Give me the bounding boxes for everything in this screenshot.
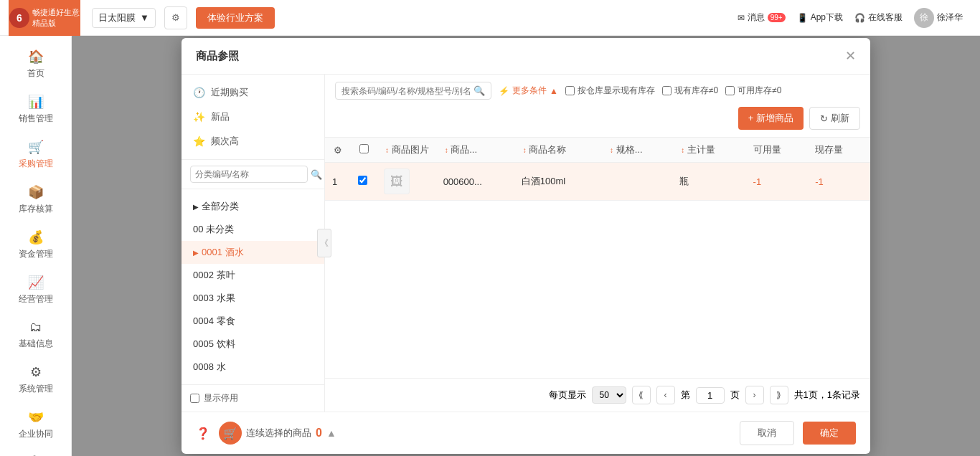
refresh-btn[interactable]: ↻ 刷新 [809, 107, 860, 130]
tab-recent-purchase[interactable]: 🕐 近期购买 [182, 80, 324, 105]
sidebar-item-guide[interactable]: 📚 新手引导 [0, 447, 71, 456]
category-list: ▶ 全部分类 00 未分类 ▶ 0001 酒水 0002 茶 [182, 189, 324, 384]
category-item-0008[interactable]: 0008 水 [182, 356, 324, 379]
filter-stock-label: 现有库存≠0 [674, 85, 718, 97]
page-size-select[interactable]: 50 [592, 386, 626, 404]
online-service-btn[interactable]: 🎧 在线客服 [854, 11, 903, 24]
inventory-icon: 📦 [28, 184, 44, 200]
select-all-checkbox[interactable] [359, 144, 369, 153]
category-search-row: 🔍 [182, 160, 324, 189]
top-nav: 6 畅捷通好生意 精品版 日太阳膜 ▼ ⚙ 体验行业方案 ✉ 消息 99+ 📱 … [0, 0, 980, 36]
sidebar-label-business: 经营管理 [19, 293, 53, 305]
category-item-all[interactable]: ▶ 全部分类 [182, 195, 324, 218]
col-available: 可用量 [746, 138, 809, 163]
col-unit[interactable]: ↕ 主计量 [672, 138, 745, 163]
category-item-0010[interactable]: 0010 家电 [182, 379, 324, 384]
cart-label: 连续选择的商品 [246, 427, 311, 440]
finance-icon: 💰 [28, 229, 44, 245]
filter-stock-checkbox[interactable] [662, 86, 672, 95]
col-product-code[interactable]: ↕ 商品... [436, 138, 514, 163]
experience-btn[interactable]: 体验行业方案 [196, 7, 275, 29]
cart-count: 0 [316, 427, 322, 440]
collab-icon: 🤝 [28, 409, 44, 425]
sidebar-label-sales: 销售管理 [19, 113, 53, 125]
page-prev-btn[interactable]: ‹ [656, 386, 675, 404]
col-check[interactable] [351, 138, 377, 163]
sidebar-item-finance[interactable]: 💰 资金管理 [0, 222, 71, 267]
category-item-0003[interactable]: 0003 水果 [182, 287, 324, 310]
row-unit: 瓶 [672, 163, 745, 201]
app-download-btn[interactable]: 📱 App下载 [797, 11, 843, 24]
category-item-0001[interactable]: ▶ 0001 酒水 [182, 241, 324, 264]
cart-icon: 🛒 [219, 422, 242, 445]
sidebar-item-inventory[interactable]: 📦 库存核算 [0, 177, 71, 222]
help-icon[interactable]: ❓ [196, 427, 210, 440]
filter-icon: ⚡ [499, 86, 509, 96]
show-disabled-checkbox[interactable] [190, 394, 199, 403]
system-icon: ⚙ [30, 364, 42, 380]
sidebar-item-collab[interactable]: 🤝 企业协同 [0, 402, 71, 447]
pagination: 每页显示 50 ⟪ ‹ 第 页 › ⟫ 共1页，1条记录 [325, 378, 870, 412]
filter-warehouse-checkbox[interactable] [565, 86, 575, 95]
modal-footer: ❓ 🛒 连续选择的商品 0 ▲ 取消 确定 [182, 412, 870, 454]
cart-expand-icon[interactable]: ▲ [326, 427, 336, 439]
category-code-uncategorized: 00 未分类 [193, 223, 234, 236]
sidebar-item-business[interactable]: 📈 经营管理 [0, 267, 71, 313]
sidebar-item-home[interactable]: 🏠 首页 [0, 42, 71, 87]
confirm-button[interactable]: 确定 [803, 422, 856, 445]
close-button[interactable]: ✕ [845, 48, 856, 64]
col-product-image: ↕ 商品图片 [377, 138, 436, 163]
category-item-0004[interactable]: 0004 零食 [182, 310, 324, 333]
product-search-input[interactable] [341, 86, 471, 96]
sidebar-label-system: 系统管理 [19, 383, 53, 395]
col-settings[interactable]: ⚙ [325, 138, 351, 163]
table-row[interactable]: 1 🖼 000600... 白酒100ml [325, 163, 870, 201]
sidebar-item-system[interactable]: ⚙ 系统管理 [0, 357, 71, 402]
username: 徐泽华 [937, 11, 963, 24]
tab-frequent[interactable]: ⭐ 频次高 [182, 129, 324, 153]
tab-new[interactable]: ✨ 新品 [182, 105, 324, 129]
page-first-btn[interactable]: ⟪ [632, 386, 651, 404]
col-product-name[interactable]: ↕ 商品名称 [514, 138, 601, 163]
modal-right-panel: 🔍 ⚡ 更多条件 ▲ 按仓库显示现有库存 [325, 75, 870, 412]
cancel-button[interactable]: 取消 [740, 421, 794, 445]
sidebar-item-sales[interactable]: 📊 销售管理 [0, 87, 71, 132]
user-area[interactable]: 徐 徐泽华 [914, 8, 963, 28]
page-next-btn[interactable]: › [745, 386, 764, 404]
filter-available-checkbox[interactable] [725, 86, 735, 95]
sidebar-item-basic[interactable]: 🗂 基础信息 [0, 313, 71, 357]
page-input[interactable] [696, 387, 725, 404]
category-search-icon[interactable]: 🔍 [311, 169, 322, 180]
product-table-wrap: ⚙ ↕ 商品图片 ↕ 商品... [325, 138, 870, 378]
category-search-input[interactable] [190, 166, 308, 183]
modal-overlay: 商品参照 ✕ 🕐 近期购买 ✨ 新 [72, 36, 980, 456]
category-label-0003: 0003 水果 [193, 292, 235, 305]
category-label-0001: 0001 酒水 [202, 246, 244, 259]
add-product-btn[interactable]: + 新增商品 [738, 107, 804, 130]
row-stock: -1 [808, 163, 870, 201]
sidebar-item-purchase[interactable]: 🛒 采购管理 [0, 132, 71, 177]
headset-icon: 🎧 [854, 13, 865, 23]
category-item-uncategorized[interactable]: 00 未分类 [182, 218, 324, 241]
category-item-0002[interactable]: 0002 茶叶 [182, 264, 324, 287]
filter-stock-option: 现有库存≠0 [662, 85, 718, 97]
row-name: 白酒100ml [514, 163, 601, 201]
product-search-icon[interactable]: 🔍 [473, 85, 485, 96]
collapse-panel-button[interactable]: 《 [317, 229, 331, 257]
row-image: 🖼 [377, 163, 436, 201]
category-item-0005[interactable]: 0005 饮料 [182, 333, 324, 356]
sort-icon-spec: ↕ [610, 146, 613, 154]
page-last-btn[interactable]: ⟫ [770, 386, 788, 404]
row-checkbox[interactable] [351, 163, 377, 201]
more-filter-btn[interactable]: ⚡ 更多条件 ▲ [499, 85, 558, 97]
refresh-label: 刷新 [831, 112, 849, 125]
settings-icon[interactable]: ⚙ [164, 6, 187, 29]
product-search-wrap: 🔍 [335, 82, 491, 100]
col-stock: 现存量 [808, 138, 870, 163]
messages-btn[interactable]: ✉ 消息 99+ [738, 11, 786, 24]
message-label: 消息 [748, 11, 765, 24]
nav-middle: 日太阳膜 ▼ ⚙ 体验行业方案 [80, 6, 738, 29]
store-selector[interactable]: 日太阳膜 ▼ [92, 8, 156, 28]
chevron-down-icon: ▼ [140, 12, 149, 23]
col-spec[interactable]: ↕ 规格... [601, 138, 672, 163]
